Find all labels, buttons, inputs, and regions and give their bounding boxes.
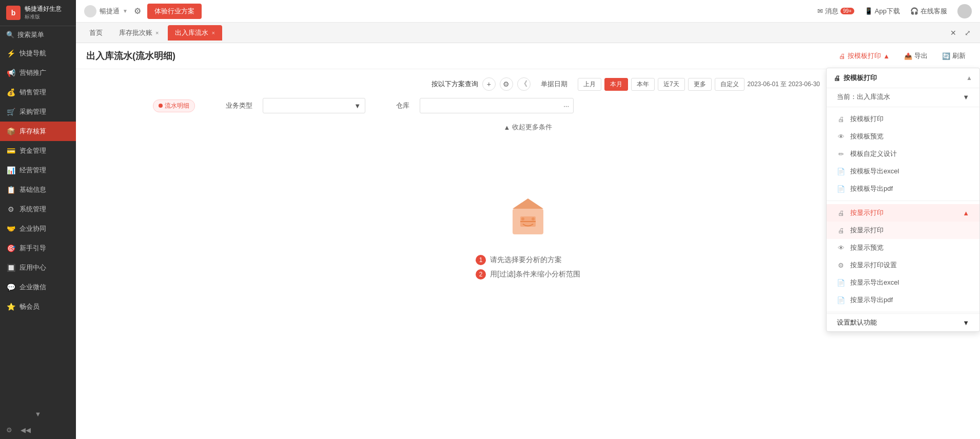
dropdown-section-2-title: 按显示打印 — [850, 208, 884, 217]
filter-tools: 按以下方案查询 + ⚙ 《 — [432, 77, 531, 91]
user-avatar[interactable] — [957, 4, 972, 18]
dropdown-item-display-pdf[interactable]: 📄 按显示导出pdf — [827, 291, 979, 309]
dropdown-item-label: 按显示导出pdf — [850, 295, 893, 305]
filter-label-prefix: 按以下方案查询 — [432, 79, 478, 89]
dropdown-item-display-print[interactable]: 🖨 按显示打印 — [827, 222, 979, 239]
app-download-action[interactable]: 📱 App下载 — [865, 7, 900, 16]
sidebar-item-guide[interactable]: 🎯 新手引导 — [0, 238, 76, 258]
dropdown-item-display-print-settings[interactable]: ⚙ 按显示打印设置 — [827, 256, 979, 274]
sidebar-item-operations[interactable]: 📊 经营管理 — [0, 161, 76, 180]
tab-batch-account-close[interactable]: × — [155, 30, 159, 36]
filter-warehouse-select[interactable]: ··· — [420, 98, 574, 113]
dropdown-item-label: 按模板导出excel — [850, 167, 899, 176]
export-btn[interactable]: 📤 导出 — [900, 49, 932, 63]
sidebar-item-inventory[interactable]: 📦 库存核算 — [0, 122, 76, 141]
filter-date-last-7-days[interactable]: 近7天 — [658, 78, 685, 91]
filter-settings-btn[interactable]: ⚙ — [500, 77, 513, 91]
tabs-bar-right: ✕ ⤢ — [947, 27, 974, 39]
sidebar-item-app-center[interactable]: 🔲 应用中心 — [0, 258, 76, 277]
filter-biz-type-select[interactable]: ▼ — [263, 98, 365, 113]
topbar-right: ✉ 消息 99+ 📱 App下载 🎧 在线客服 — [817, 4, 972, 18]
operations-icon: 📊 — [6, 166, 15, 175]
chevron-up-icon: ▲ — [504, 124, 511, 131]
sidebar-item-label: 基础信息 — [19, 185, 46, 194]
dropdown-footer-label: 设置默认功能 — [837, 318, 877, 327]
filter-date-range: 2023-06-01 至 2023-06-30 — [748, 80, 820, 89]
message-icon: ✉ — [817, 7, 823, 15]
tabs-bar: 首页 库存批次账 × 出入库流水 × ✕ ⤢ — [76, 23, 980, 43]
sidebar-item-label: 畅会员 — [19, 302, 40, 311]
tab-batch-account[interactable]: 库存批次账 × — [112, 25, 166, 41]
topbar-gear-icon[interactable]: ⚙ — [134, 6, 141, 16]
topbar-user[interactable]: 暢捷通 ▼ — [84, 5, 128, 17]
avatar — [84, 5, 96, 17]
dropdown-item-label: 按显示预览 — [850, 243, 884, 252]
dropdown-item-label: 模板自定义设计 — [850, 149, 897, 158]
logo-icon: b — [6, 6, 21, 20]
filter-date-this-month[interactable]: 本月 — [604, 78, 628, 91]
sidebar-item-wechat[interactable]: 💬 企业微信 — [0, 277, 76, 297]
sidebar-nav: ⚡ 快捷导航 📢 营销推广 💰 销售管理 🛒 采购管理 📦 库存核算 💳 — [0, 44, 76, 407]
sidebar-item-quick-nav[interactable]: ⚡ 快捷导航 — [0, 44, 76, 63]
filter-collapse-btn[interactable]: 《 — [517, 77, 531, 91]
svg-marker-1 — [513, 198, 543, 209]
tabs-close-all-btn[interactable]: ✕ — [947, 27, 959, 39]
dropdown-item-display-excel[interactable]: 📄 按显示导出excel — [827, 274, 979, 291]
guide-icon: 🎯 — [6, 244, 15, 253]
dropdown-footer[interactable]: 设置默认功能 ▼ — [827, 313, 979, 331]
sidebar-scroll-down[interactable]: ▼ — [0, 407, 76, 421]
sidebar-item-finance[interactable]: 💳 资金管理 — [0, 141, 76, 161]
watermark-tag: 流水明细 — [153, 99, 195, 112]
user-dropdown-icon[interactable]: ▼ — [123, 8, 128, 14]
sidebar-item-membership[interactable]: ⭐ 畅会员 — [0, 297, 76, 316]
page-actions: 🖨 按模板打印 ▲ 📤 导出 🔄 刷新 — [835, 49, 970, 63]
dropdown-collapse-icon[interactable]: ▲ — [966, 74, 972, 82]
sidebar-item-label: 快捷导航 — [19, 49, 46, 58]
sidebar-item-label: 应用中心 — [19, 263, 46, 272]
filter-date-this-year[interactable]: 本年 — [631, 78, 655, 91]
dropdown-item-template-pdf[interactable]: 📄 按模板导出pdf — [827, 180, 979, 197]
online-service-action[interactable]: 🎧 在线客服 — [910, 7, 947, 16]
sidebar-item-sales[interactable]: 💰 销售管理 — [0, 83, 76, 102]
dropdown-item-template-custom[interactable]: ✏ 模板自定义设计 — [827, 145, 979, 163]
membership-icon: ⭐ — [6, 302, 15, 311]
print-template-label: 按模板打印 — [848, 51, 881, 61]
online-service-label: 在线客服 — [920, 7, 947, 16]
sidebar-item-system[interactable]: ⚙ 系统管理 — [0, 199, 76, 219]
watermark-tag-dot — [159, 104, 163, 108]
filter-date-more[interactable]: 更多 — [688, 78, 712, 91]
headset-icon: 🎧 — [910, 7, 918, 15]
print-template-btn[interactable]: 🖨 按模板打印 ▲ — [835, 49, 894, 63]
tabs-expand-btn[interactable]: ⤢ — [962, 27, 974, 39]
dropdown-item-template-excel[interactable]: 📄 按模板导出excel — [827, 163, 979, 180]
tab-flow[interactable]: 出入库流水 × — [168, 25, 222, 41]
sidebar-collapse-btn[interactable]: ◀◀ — [21, 426, 31, 434]
cooperation-icon: 🤝 — [6, 224, 15, 233]
tab-home[interactable]: 首页 — [82, 25, 110, 41]
dropdown-item-display-preview[interactable]: 👁 按显示预览 — [827, 239, 979, 256]
tab-flow-close[interactable]: × — [211, 30, 214, 36]
display-print-group-icon: 🖨 — [837, 209, 845, 217]
sidebar-item-marketing[interactable]: 📢 营销推广 — [0, 63, 76, 83]
sidebar-item-label: 新手引导 — [19, 244, 46, 253]
dropdown-item-template-print[interactable]: 🖨 按模板打印 — [827, 110, 979, 128]
dropdown-section-2-header[interactable]: 🖨 按显示打印 ▲ — [827, 204, 979, 222]
message-action[interactable]: ✉ 消息 99+ — [817, 7, 854, 16]
plus-icon: + — [487, 80, 491, 88]
sidebar-settings-icon[interactable]: ⚙ — [6, 426, 12, 434]
sidebar-item-label: 销售管理 — [19, 88, 46, 97]
sidebar-item-cooperation[interactable]: 🤝 企业协同 — [0, 219, 76, 238]
filter-date-custom[interactable]: 自定义 — [715, 78, 744, 91]
refresh-btn[interactable]: 🔄 刷新 — [938, 49, 970, 63]
filter-date-last-month[interactable]: 上月 — [578, 78, 601, 91]
filter-add-btn[interactable]: + — [482, 77, 496, 91]
sidebar-item-purchase[interactable]: 🛒 采购管理 — [0, 102, 76, 122]
sidebar-search[interactable]: 🔍 搜索菜单 — [0, 26, 76, 44]
tab-home-label: 首页 — [89, 28, 103, 37]
sidebar-item-basic-info[interactable]: 📋 基础信息 — [0, 180, 76, 199]
dropdown-item-template-preview[interactable]: 👁 按模板预览 — [827, 128, 979, 145]
dropdown-divider-2 — [827, 201, 979, 201]
sidebar-item-label: 经营管理 — [19, 166, 46, 175]
industry-btn[interactable]: 体验行业方案 — [147, 4, 202, 19]
sidebar-item-label: 营销推广 — [19, 68, 46, 77]
